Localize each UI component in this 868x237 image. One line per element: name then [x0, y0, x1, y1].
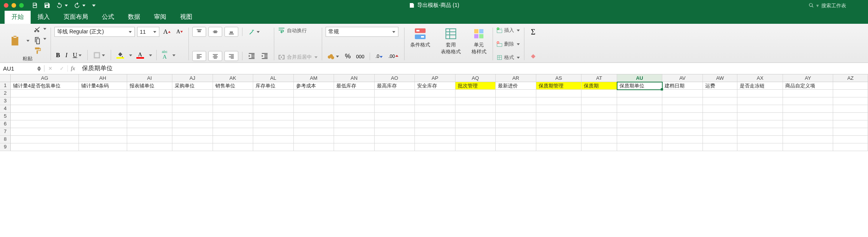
cell[interactable] — [581, 143, 617, 151]
cell[interactable] — [833, 120, 868, 128]
insert-cells-button[interactable]: 插入 — [496, 27, 520, 34]
cell[interactable]: 报表辅单位 — [127, 82, 173, 90]
font-name-combo[interactable]: 等线 Regular (正文) — [54, 27, 135, 37]
accept-formula-button[interactable]: ✓ — [56, 66, 67, 71]
cell[interactable] — [127, 90, 173, 97]
cell[interactable] — [536, 136, 582, 143]
cell[interactable] — [11, 97, 79, 105]
cell[interactable] — [617, 105, 663, 113]
cell[interactable] — [581, 90, 617, 97]
cell[interactable] — [294, 113, 334, 120]
cell[interactable] — [833, 143, 868, 151]
cell[interactable] — [415, 143, 455, 151]
cell[interactable] — [213, 120, 254, 128]
cell[interactable] — [253, 113, 294, 120]
cell[interactable]: 辅计量4条码 — [79, 82, 127, 90]
cell[interactable]: 建档日期 — [662, 82, 703, 90]
cell[interactable] — [496, 128, 536, 136]
cell[interactable] — [375, 105, 415, 113]
column-header[interactable]: AI — [127, 74, 173, 82]
select-all-corner[interactable] — [0, 74, 11, 82]
cell[interactable] — [334, 120, 375, 128]
tab-insert[interactable]: 插入 — [31, 10, 57, 24]
cell[interactable] — [127, 128, 173, 136]
cell[interactable] — [172, 128, 213, 136]
cell[interactable] — [737, 105, 783, 113]
column-header[interactable]: AJ — [172, 74, 213, 82]
formula-value[interactable]: 保质期单位 — [78, 64, 868, 72]
cell[interactable] — [294, 90, 334, 97]
cell[interactable] — [213, 105, 254, 113]
cell[interactable] — [253, 105, 294, 113]
cell[interactable] — [737, 136, 783, 143]
font-color-button[interactable]: A — [135, 51, 146, 59]
minimize-window[interactable] — [11, 3, 16, 8]
fill-color-dropdown[interactable] — [129, 53, 133, 57]
cell[interactable] — [415, 90, 455, 97]
cell[interactable] — [127, 120, 173, 128]
cell[interactable] — [334, 136, 375, 143]
align-top-button[interactable] — [192, 27, 206, 37]
cell[interactable] — [127, 97, 173, 105]
cell[interactable] — [172, 113, 213, 120]
cell[interactable] — [253, 90, 294, 97]
maximize-window[interactable] — [19, 3, 24, 8]
cell[interactable] — [79, 105, 127, 113]
fill-color-button[interactable] — [115, 51, 126, 59]
tab-review[interactable]: 审阅 — [147, 10, 173, 24]
cell[interactable] — [536, 113, 582, 120]
cell[interactable] — [662, 136, 703, 143]
cell[interactable] — [662, 105, 703, 113]
cell[interactable]: 最高库存 — [375, 82, 415, 90]
cell[interactable] — [833, 128, 868, 136]
cell[interactable] — [783, 90, 834, 97]
italic-button[interactable]: I — [64, 51, 69, 59]
cell[interactable] — [415, 113, 455, 120]
column-header[interactable]: AN — [334, 74, 375, 82]
row-header[interactable]: 6 — [0, 120, 11, 128]
decrease-decimal-button[interactable]: .00 — [387, 53, 400, 60]
orientation-button[interactable] — [246, 27, 262, 36]
cell[interactable] — [11, 143, 79, 151]
cell[interactable] — [213, 143, 254, 151]
underline-button[interactable]: U — [71, 51, 84, 59]
cell[interactable] — [375, 113, 415, 120]
cell[interactable] — [375, 97, 415, 105]
paste-button[interactable] — [7, 32, 23, 49]
cell[interactable] — [703, 113, 738, 120]
cell[interactable] — [737, 90, 783, 97]
column-header[interactable]: AO — [375, 74, 415, 82]
cell[interactable] — [375, 128, 415, 136]
phonetic-button[interactable]: abcA — [160, 49, 169, 61]
cell[interactable] — [79, 97, 127, 105]
cell[interactable] — [11, 105, 79, 113]
cell[interactable] — [833, 113, 868, 120]
cell[interactable] — [536, 143, 582, 151]
cell[interactable] — [79, 113, 127, 120]
cell[interactable] — [294, 105, 334, 113]
cell[interactable] — [536, 128, 582, 136]
cell[interactable] — [783, 120, 834, 128]
tab-formulas[interactable]: 公式 — [95, 10, 121, 24]
wrap-text-button[interactable]: 自动换行 — [278, 27, 318, 35]
cell[interactable]: 批次管理 — [455, 82, 496, 90]
cell[interactable] — [294, 97, 334, 105]
cell-styles-button[interactable]: 单元 格样式 — [469, 27, 489, 56]
cell[interactable] — [703, 136, 738, 143]
row-header[interactable]: 5 — [0, 113, 11, 120]
cell[interactable] — [11, 120, 79, 128]
cell[interactable] — [11, 113, 79, 120]
cell[interactable] — [253, 143, 294, 151]
cell[interactable] — [172, 143, 213, 151]
cell[interactable] — [737, 113, 783, 120]
cell[interactable] — [833, 90, 868, 97]
cell[interactable]: 最新进价 — [496, 82, 536, 90]
cell[interactable] — [11, 136, 79, 143]
close-window[interactable] — [4, 3, 8, 8]
bold-button[interactable]: B — [54, 51, 62, 59]
cell[interactable] — [737, 97, 783, 105]
cell[interactable] — [334, 90, 375, 97]
cancel-formula-button[interactable]: ✕ — [44, 66, 56, 71]
cell[interactable]: 保质期管理 — [536, 82, 582, 90]
cell[interactable] — [455, 143, 496, 151]
